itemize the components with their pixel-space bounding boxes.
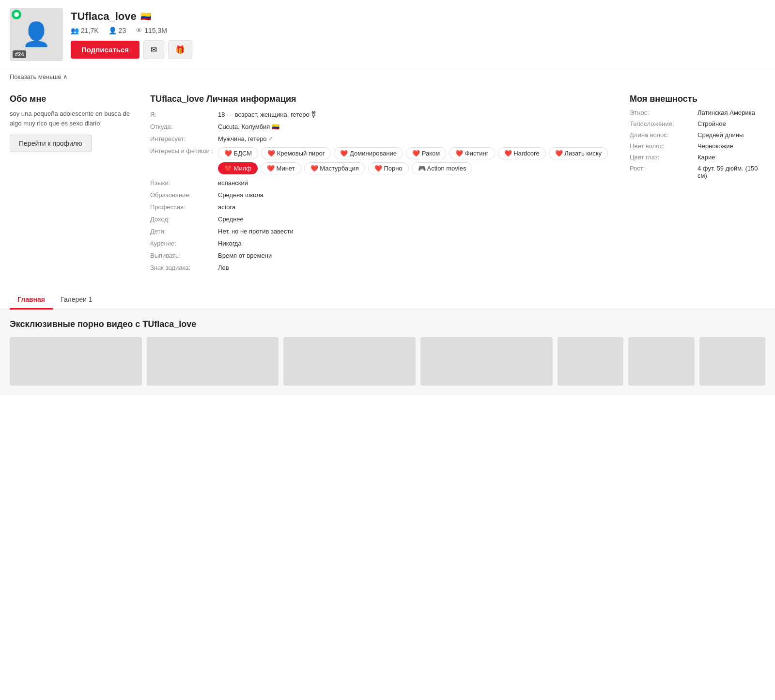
value-drinking: Время от времени bbox=[218, 252, 615, 259]
avatar-container: 👤 #24 bbox=[10, 8, 63, 61]
appearance-row: Цвет глаз:Карие bbox=[630, 154, 765, 161]
tags-container: ❤️ БДСМ❤️ Кремовый пирог❤️ Доминирование… bbox=[218, 147, 615, 174]
video-card-7[interactable] bbox=[699, 337, 765, 386]
value-identity: 18 — возраст, женщина, гетеро ⚧ bbox=[218, 111, 615, 118]
profile-username: TUflaca_love bbox=[71, 10, 137, 23]
info-row-identity: Я: 18 — возраст, женщина, гетеро ⚧ bbox=[150, 111, 615, 118]
tab-галереи-1[interactable]: Галереи 1 bbox=[53, 291, 100, 310]
profile-actions: Подписаться ✉ 🎁 bbox=[71, 40, 765, 59]
value-income: Среднее bbox=[218, 216, 615, 223]
info-row-zodiac: Знак зодиака: Лев bbox=[150, 264, 615, 271]
video-card-2[interactable] bbox=[147, 337, 279, 386]
rank-badge: #24 bbox=[13, 50, 26, 58]
appearance-value: 4 фут. 59 дюйм. (150 см) bbox=[698, 165, 765, 179]
interest-tag: ❤️ Hardcore bbox=[498, 147, 546, 159]
appearance-row: Рост:4 фут. 59 дюйм. (150 см) bbox=[630, 165, 765, 179]
profile-name-row: TUflaca_love 🇨🇴 bbox=[71, 10, 765, 23]
label-fetishes: Интересы и фетиши : bbox=[150, 147, 218, 155]
info-row-language: Языки: испанский bbox=[150, 179, 615, 187]
info-row-drinking: Выпивать: Время от времени bbox=[150, 252, 615, 259]
value-language: испанский bbox=[218, 179, 615, 187]
info-row-from: Откуда: Cucuta, Колумбия 🇨🇴 bbox=[150, 123, 615, 130]
appearance-value: Латинская Америка bbox=[698, 109, 765, 116]
appearance-label: Цвет глаз: bbox=[630, 154, 698, 161]
value-profession: actora bbox=[218, 203, 615, 211]
video-card-1[interactable] bbox=[10, 337, 142, 386]
gift-button[interactable]: 🎁 bbox=[168, 40, 192, 59]
views-icon: 👁 bbox=[136, 27, 142, 34]
followers-icon: 👥 bbox=[71, 27, 79, 34]
interest-tag: ❤️ Мастурбация bbox=[304, 162, 365, 174]
label-profession: Профессия: bbox=[150, 203, 218, 211]
appearance-title: Моя внешность bbox=[630, 94, 765, 104]
value-zodiac: Лев bbox=[218, 264, 615, 271]
following-icon: 👤 bbox=[108, 27, 117, 34]
value-education: Средняя школа bbox=[218, 191, 615, 199]
appearance-label: Телосложение: bbox=[630, 120, 698, 127]
interest-tag: ❤️ Фистинг bbox=[449, 147, 495, 159]
label-interest: Интересует: bbox=[150, 135, 218, 142]
followers-count: 21,7K bbox=[81, 27, 99, 34]
profile-stats: 👥 21,7K 👤 23 👁 115,3M bbox=[71, 27, 765, 34]
interest-tag: ❤️ Раком bbox=[406, 147, 446, 159]
appearance-value: Стройное bbox=[698, 120, 765, 127]
interest-tag: ❤️ Милф bbox=[218, 162, 258, 174]
about-title: Обо мне bbox=[10, 94, 136, 104]
interest-tag: 🎮 Action movies bbox=[412, 162, 473, 174]
appearance-label: Цвет волос: bbox=[630, 142, 698, 150]
live-badge bbox=[12, 10, 21, 19]
value-smoking: Никогда bbox=[218, 240, 615, 247]
subscribe-button[interactable]: Подписаться bbox=[71, 41, 140, 59]
label-income: Доход: bbox=[150, 216, 218, 223]
appearance-section: Моя внешность Этнос:Латинская АмерикаТел… bbox=[630, 94, 765, 276]
label-identity: Я: bbox=[150, 111, 218, 118]
info-row-income: Доход: Среднее bbox=[150, 216, 615, 223]
video-card-5[interactable] bbox=[558, 337, 623, 386]
following-stat: 👤 23 bbox=[108, 27, 126, 34]
value-children: Нет, но не против завести bbox=[218, 228, 615, 235]
personal-section: TUflaca_love Личная информация Я: 18 — в… bbox=[150, 94, 615, 276]
interest-tag: ❤️ БДСМ bbox=[218, 147, 258, 159]
avatar-icon: 👤 bbox=[22, 21, 51, 48]
main-content: Обо мне soy una pequeña adolescente en b… bbox=[0, 84, 775, 286]
appearance-row: Телосложение:Стройное bbox=[630, 120, 765, 127]
appearance-table: Этнос:Латинская АмерикаТелосложение:Стро… bbox=[630, 109, 765, 179]
tabs-row: ГлавнаяГалереи 1 bbox=[0, 291, 775, 310]
video-card-6[interactable] bbox=[628, 337, 694, 386]
profile-header: 👤 #24 TUflaca_love 🇨🇴 👥 21,7K 👤 23 👁 115… bbox=[0, 0, 775, 69]
label-drinking: Выпивать: bbox=[150, 252, 218, 259]
go-to-profile-button[interactable]: Перейти к профилю bbox=[10, 135, 92, 152]
label-smoking: Курение: bbox=[150, 240, 218, 247]
label-children: Дети: bbox=[150, 228, 218, 235]
appearance-value: Карие bbox=[698, 154, 765, 161]
appearance-value: Средней длины bbox=[698, 131, 765, 139]
appearance-value: Чернокожие bbox=[698, 142, 765, 150]
tab-главная[interactable]: Главная bbox=[10, 291, 53, 310]
followers-stat: 👥 21,7K bbox=[71, 27, 99, 34]
interest-tag: ❤️ Минет bbox=[261, 162, 301, 174]
value-from: Cucuta, Колумбия 🇨🇴 bbox=[218, 123, 615, 130]
show-less-toggle[interactable]: Показать меньше ∧ bbox=[0, 69, 775, 84]
info-row-interest: Интересует: Мужчина, гетеро ♂ bbox=[150, 135, 615, 142]
following-count: 23 bbox=[119, 27, 126, 34]
appearance-label: Длина волос: bbox=[630, 131, 698, 139]
appearance-label: Рост: bbox=[630, 165, 698, 172]
appearance-label: Этнос: bbox=[630, 109, 698, 116]
info-row-smoking: Курение: Никогда bbox=[150, 240, 615, 247]
about-text: soy una pequeña adolescente en busca de … bbox=[10, 109, 136, 128]
video-grid bbox=[10, 337, 765, 386]
value-interest: Мужчина, гетеро ♂ bbox=[218, 135, 615, 142]
video-card-4[interactable] bbox=[420, 337, 553, 386]
label-from: Откуда: bbox=[150, 123, 218, 130]
personal-title-prefix: TUflaca_love bbox=[150, 94, 204, 104]
label-education: Образование: bbox=[150, 191, 218, 199]
interest-tag: ❤️ Доминирование bbox=[334, 147, 403, 159]
label-language: Языки: bbox=[150, 179, 218, 187]
video-card-3[interactable] bbox=[283, 337, 416, 386]
about-section: Обо мне soy una pequeña adolescente en b… bbox=[10, 94, 136, 276]
profile-info: TUflaca_love 🇨🇴 👥 21,7K 👤 23 👁 115,3M По… bbox=[71, 10, 765, 59]
interest-tag: ❤️ Лизать киску bbox=[549, 147, 608, 159]
message-button[interactable]: ✉ bbox=[143, 40, 164, 59]
views-stat: 👁 115,3M bbox=[136, 27, 167, 34]
personal-title: TUflaca_love Личная информация bbox=[150, 94, 615, 104]
